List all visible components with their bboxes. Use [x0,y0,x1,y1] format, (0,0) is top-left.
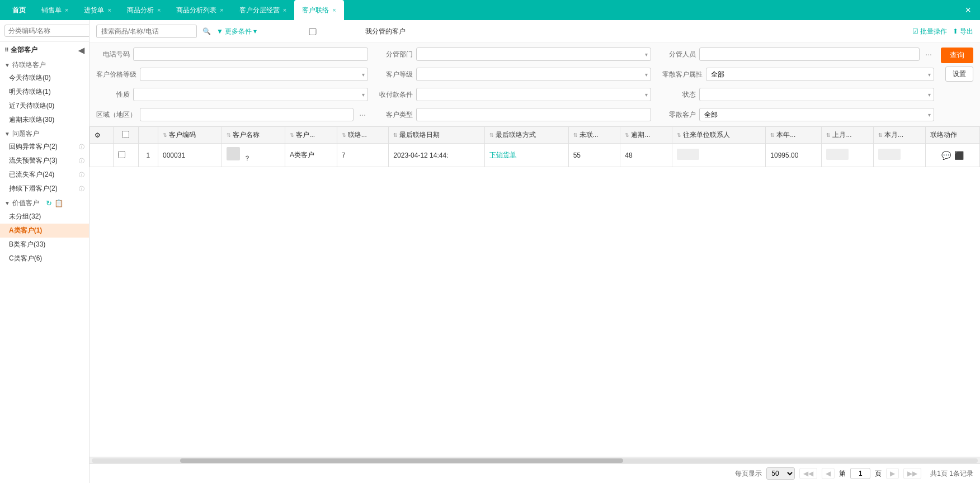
all-customers-header[interactable]: ⠿ 全部客户 ◀ [0,42,89,58]
sidebar-item-ungrouped[interactable]: 未分组(32) [0,210,89,224]
my-customers-filter: 我分管的客户 [262,27,406,36]
search-input[interactable] [96,25,197,38]
info-icon-4[interactable]: ⓘ [79,185,84,193]
group-problem-customer[interactable]: ▼ 问题客户 [0,127,89,140]
export-button[interactable]: ⬆ 导出 [953,27,973,36]
info-icon-2[interactable]: ⓘ [79,157,84,165]
sidebar-item-declining[interactable]: 持续下滑客户(2) ⓘ [0,182,89,196]
nav-tab-goods-analysis-close[interactable]: × [157,7,161,13]
region-dots-button[interactable]: ··· [357,110,368,119]
refresh-icon[interactable]: ↻ [46,199,52,207]
dept-select-wrapper: ▾ [416,48,651,61]
dept-select[interactable] [416,48,651,61]
customer-level-select[interactable] [416,68,651,81]
page-size-select[interactable]: 50 20 100 200 [766,467,795,480]
sidebar-item-repurchase-abnormal[interactable]: 回购异常客户(2) ⓘ [0,140,89,154]
row-checkbox[interactable] [113,144,138,167]
collapse-sidebar-button[interactable]: ◀ [78,46,84,55]
grid-icon: ⠿ [4,47,8,53]
first-page-button[interactable]: ◀◀ [799,468,817,479]
nav-tab-goods-list[interactable]: 商品分析列表 × [168,0,231,20]
page-number-input[interactable] [850,468,870,479]
nav-tab-purchase[interactable]: 进货单 × [76,0,119,20]
sidebar-item-a-class[interactable]: A类客户(1) [0,224,89,238]
group-pending-contact[interactable]: ▼ 待联络客户 [0,58,89,71]
col-code-sort: ⇅ [163,132,167,138]
col-code-label: 客户编码 [169,130,196,140]
phone-label: 电话号码 [96,50,130,59]
row-code-value: 000031 [163,151,185,159]
table-col-this-year[interactable]: ⇅ 本年... [766,127,822,144]
phone-input[interactable] [133,48,368,61]
filter-cell-customer-type: 客户类型 [379,108,651,121]
close-all-button[interactable]: × [960,4,976,16]
group-value-customer[interactable]: ▼ 价值客户 ↻ 📋 [0,196,89,210]
region-input[interactable] [140,108,354,121]
nav-tab-sales-close[interactable]: × [65,7,68,13]
table-col-last-contact-way[interactable]: ⇅ 最后联络方式 [485,127,568,144]
table-col-code[interactable]: ⇅ 客户编码 [158,127,222,144]
table-col-overdue[interactable]: ⇅ 逾期... [620,127,672,144]
nav-tab-purchase-close[interactable]: × [107,7,111,13]
chat-icon[interactable]: 💬 [941,151,951,160]
batch-op-button[interactable]: ☑ 批量操作 [912,27,947,36]
select-all-checkbox[interactable] [122,131,129,138]
payment-select[interactable] [416,88,651,101]
table-col-last-month[interactable]: ⇅ 上月... [822,127,874,144]
filter-cell-customer-level: 客户等级 ▾ [379,68,651,81]
info-icon-1[interactable]: ⓘ [79,143,84,151]
add-group-icon[interactable]: 📋 [54,199,63,207]
nav-tab-customer-contact[interactable]: 客户联络 × [294,0,343,20]
status-select[interactable] [699,88,934,101]
sidebar-item-tomorrow[interactable]: 明天待联络(1) [0,85,89,99]
table-col-settings[interactable]: ⚙ [90,127,114,144]
table-col-no-contact[interactable]: ⇅ 未联... [568,127,620,144]
table-col-name[interactable]: ⇅ 客户名称 [222,127,285,144]
nav-tab-goods-analysis[interactable]: 商品分析 × [119,0,168,20]
last-page-button[interactable]: ▶▶ [903,468,921,479]
retail-customer-select[interactable]: 全部 [699,108,934,121]
price-level-select[interactable] [140,68,368,81]
sidebar-item-churn-warning[interactable]: 流失预警客户(3) ⓘ [0,154,89,168]
customer-type-input[interactable] [416,108,651,121]
person-input[interactable] [699,48,920,61]
my-customers-checkbox[interactable] [262,28,363,35]
prev-page-button[interactable]: ◀ [822,468,835,479]
sidebar-item-today[interactable]: 今天待联络(0) [0,71,89,85]
info-icon-3[interactable]: ⓘ [79,171,84,179]
table-col-contact[interactable]: ⇅ 联络... [337,127,389,144]
sidebar-search-input[interactable] [4,25,89,37]
sidebar-item-b-class[interactable]: B类客户(33) [0,238,89,252]
table-col-type[interactable]: ⇅ 客户... [285,127,337,144]
filter-search-icon[interactable]: 🔍 [202,27,211,35]
qr-icon[interactable]: ⬛ [954,151,964,160]
more-filters-button[interactable]: ▼ 更多条件 ▾ [216,27,257,36]
row-select-checkbox[interactable] [118,151,125,158]
horizontal-scrollbar[interactable] [89,457,980,463]
nav-tab-customer-contact-close[interactable]: × [332,7,336,13]
retail-attr-select[interactable]: 全部 [706,68,934,81]
person-dots-button[interactable]: ··· [923,50,934,59]
filter-settings-button[interactable]: 设置 [945,67,973,82]
total-info: 共1页 1条记录 [930,469,973,479]
nav-tab-customer-segment-close[interactable]: × [283,7,286,13]
sidebar-item-overdue[interactable]: 逾期未联络(30) [0,113,89,127]
nav-tab-goods-list-close[interactable]: × [220,7,223,13]
nav-tab-customer-segment[interactable]: 客户分层经营 × [232,0,294,20]
table-col-past-contact[interactable]: ⇅ 往来单位联系人 [672,127,765,144]
table-col-checkbox[interactable] [113,127,138,144]
nature-select[interactable] [133,88,368,101]
nav-tab-home[interactable]: 首页 [4,0,34,20]
table-col-last-contact-date[interactable]: ⇅ 最后联络日期 [389,127,485,144]
sidebar-item-churned[interactable]: 已流失客户(24) ⓘ [0,168,89,182]
sidebar-item-c-class[interactable]: C类客户(6) [0,252,89,266]
row-type-value: A类客户 [290,151,314,159]
filter-cell-payment: 收付款条件 ▾ [379,88,651,101]
table-col-this-month[interactable]: ⇅ 本月... [874,127,926,144]
sidebar-item-7days[interactable]: 近7天待联络(0) [0,99,89,113]
scrollbar-thumb[interactable] [180,458,623,463]
nav-tab-sales[interactable]: 销售单 × [34,0,76,20]
next-page-button[interactable]: ▶ [886,468,899,479]
row-lcw-link[interactable]: 下销货单 [489,151,516,159]
query-button[interactable]: 查询 [941,48,973,63]
